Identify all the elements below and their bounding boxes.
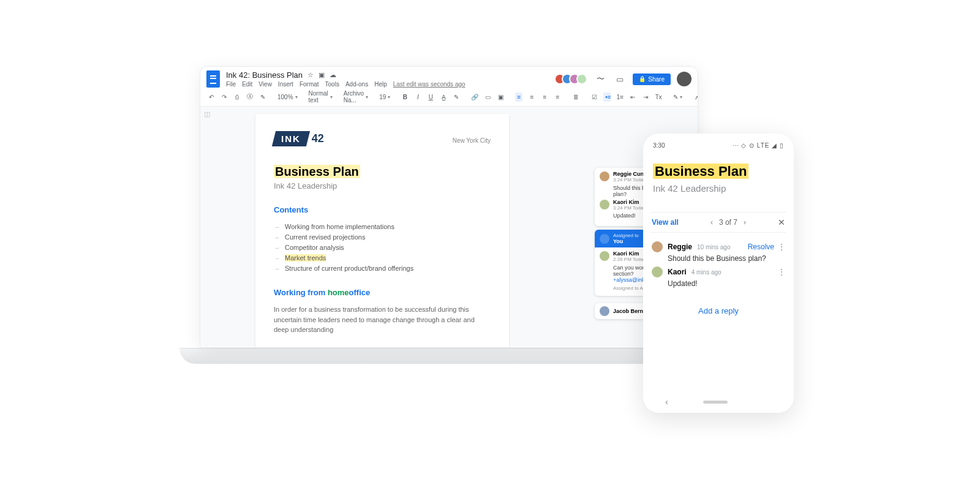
- phone-device: 3:30 ⋯ ◇ ⊙ LTE ◢ ▯ Business Plan Ink 42 …: [643, 134, 794, 413]
- comments-icon[interactable]: ▭: [613, 72, 627, 86]
- move-icon[interactable]: ▣: [318, 71, 325, 79]
- resolve-button[interactable]: Resolve: [748, 243, 774, 251]
- italic-icon[interactable]: I: [414, 94, 421, 100]
- checklist-icon[interactable]: ☑: [590, 94, 598, 100]
- font-size-dropdown[interactable]: 19: [379, 94, 390, 100]
- menu-edit[interactable]: Edit: [242, 81, 252, 88]
- paragraph-style-dropdown[interactable]: Normal text: [309, 90, 333, 104]
- spellcheck-icon[interactable]: Ⓐ: [246, 92, 254, 101]
- redo-icon[interactable]: ↷: [221, 94, 228, 100]
- comment-author: Reggie: [668, 243, 692, 251]
- more-icon[interactable]: ⋮: [778, 243, 785, 251]
- assigned-label: Assigned to: [613, 233, 639, 238]
- menu-view[interactable]: View: [258, 81, 272, 88]
- increase-indent-icon[interactable]: ⇥: [642, 94, 649, 100]
- comment-counter: 3 of 7: [719, 218, 737, 227]
- menu-help[interactable]: Help: [374, 81, 387, 88]
- back-icon[interactable]: ‹: [665, 397, 668, 407]
- account-avatar[interactable]: [677, 72, 692, 86]
- view-all-link[interactable]: View all: [652, 218, 679, 227]
- cloud-saved-icon[interactable]: ☁: [330, 71, 336, 79]
- doc-heading-1: Business Plan: [653, 164, 748, 179]
- assigned-to: You: [613, 238, 639, 244]
- comment-time: 3:24 PM Today: [613, 206, 646, 211]
- text-color-icon[interactable]: A̲: [440, 94, 447, 100]
- clear-format-icon[interactable]: Tx: [655, 94, 662, 100]
- doc-subtitle: Ink 42 Leadership: [653, 183, 784, 194]
- editing-mode-dropdown[interactable]: ✎: [673, 94, 682, 100]
- doc-subtitle: Ink 42 Leadership: [274, 181, 491, 190]
- phone-comments-bar: View all ‹ 3 of 7 › ✕: [650, 212, 786, 233]
- header-city: New York City: [453, 137, 491, 144]
- menu-file[interactable]: File: [226, 81, 236, 88]
- align-center-icon[interactable]: ≡: [528, 94, 535, 100]
- align-left-icon[interactable]: ≡: [515, 92, 522, 102]
- phone-document-view[interactable]: Business Plan Ink 42 Leadership: [650, 153, 786, 212]
- phone-status-bar: 3:30 ⋯ ◇ ⊙ LTE ◢ ▯: [650, 142, 786, 153]
- activity-icon[interactable]: 〜: [594, 72, 607, 86]
- insert-link-icon[interactable]: 🔗: [471, 94, 478, 100]
- docs-toolbar: ↶ ↷ ⎙ Ⓐ ✎ 100% Normal text Archivo Na...…: [200, 88, 698, 107]
- menu-addons[interactable]: Add-ons: [345, 81, 368, 88]
- print-icon[interactable]: ⎙: [233, 94, 241, 100]
- last-edit-link[interactable]: Last edit was seconds ago: [393, 81, 466, 88]
- paint-format-icon[interactable]: ✎: [259, 94, 266, 100]
- comment-time: 4 mins ago: [692, 269, 722, 276]
- more-icon[interactable]: ⋮: [778, 268, 785, 276]
- contents-heading: Contents: [274, 205, 491, 214]
- status-indicators: ⋯ ◇ ⊙ LTE ◢ ▯: [733, 142, 785, 149]
- zoom-dropdown[interactable]: 100%: [277, 94, 298, 100]
- toc-item[interactable]: Working from home implementations: [274, 223, 491, 230]
- toc-item[interactable]: Structure of current product/brand offer…: [274, 265, 491, 272]
- highlight-icon[interactable]: ✎: [453, 94, 460, 100]
- align-justify-icon[interactable]: ≡: [554, 94, 561, 100]
- insert-comment-icon[interactable]: ▭: [484, 94, 491, 100]
- toc-item[interactable]: Competitor analysis: [274, 244, 491, 251]
- presence-avatars[interactable]: [558, 74, 587, 85]
- star-icon[interactable]: ☆: [307, 71, 314, 79]
- docs-logo-icon[interactable]: [206, 70, 220, 88]
- laptop-base: [179, 348, 718, 364]
- undo-icon[interactable]: ↶: [208, 94, 215, 100]
- align-right-icon[interactable]: ≡: [541, 94, 548, 100]
- prev-comment-icon[interactable]: ‹: [710, 218, 713, 227]
- toc-item[interactable]: Market trends: [274, 254, 491, 262]
- decrease-indent-icon[interactable]: ⇤: [629, 94, 636, 100]
- numbered-list-icon[interactable]: 1≡: [616, 94, 624, 100]
- avatar-icon: [652, 266, 663, 277]
- laptop-device: Ink 42: Business Plan ☆ ▣ ☁ File Edit Vi…: [200, 66, 698, 374]
- next-comment-icon[interactable]: ›: [744, 218, 746, 227]
- menu-tools[interactable]: Tools: [325, 81, 339, 88]
- avatar-icon: [600, 251, 609, 261]
- status-time: 3:30: [653, 142, 665, 149]
- share-button[interactable]: Share: [633, 74, 671, 85]
- add-reply-button[interactable]: Add a reply: [652, 306, 785, 315]
- phone-nav-bar: ‹: [650, 393, 786, 408]
- comment-author: Kaori: [668, 268, 687, 276]
- outline-toggle-icon[interactable]: ◫: [200, 107, 219, 347]
- insert-image-icon[interactable]: ▣: [497, 94, 504, 100]
- underline-icon[interactable]: U: [427, 94, 434, 100]
- menu-format[interactable]: Format: [300, 81, 319, 88]
- font-dropdown[interactable]: Archivo Na...: [344, 90, 368, 104]
- comment-time: 2:28 PM Today: [613, 257, 646, 263]
- bulleted-list-icon[interactable]: •≡: [603, 92, 611, 102]
- menu-insert[interactable]: Insert: [278, 81, 293, 88]
- avatar-icon: [600, 172, 609, 181]
- close-icon[interactable]: ✕: [778, 217, 785, 227]
- document-page[interactable]: INK 42 New York City Business Plan Ink 4…: [255, 114, 509, 348]
- menu-bar: File Edit View Insert Format Tools Add-o…: [226, 81, 552, 88]
- doc-heading-1: Business Plan: [274, 165, 360, 178]
- phone-comment-thread: Reggie 10 mins ago Resolve ⋮ Should this…: [650, 233, 786, 320]
- collapse-toolbar-icon[interactable]: ʌ: [693, 94, 698, 100]
- toc-item[interactable]: Current revised projections: [274, 233, 491, 241]
- home-pill-icon[interactable]: [703, 401, 728, 404]
- body-paragraph: In order for a business transformation t…: [274, 304, 491, 335]
- avatar-icon: [652, 241, 663, 252]
- company-logo: INK 42: [274, 131, 324, 146]
- document-title[interactable]: Ink 42: Business Plan: [226, 70, 303, 80]
- presence-avatar[interactable]: [576, 74, 587, 85]
- avatar-icon: [600, 306, 609, 316]
- line-spacing-icon[interactable]: ≣: [572, 94, 579, 100]
- bold-icon[interactable]: B: [401, 94, 409, 100]
